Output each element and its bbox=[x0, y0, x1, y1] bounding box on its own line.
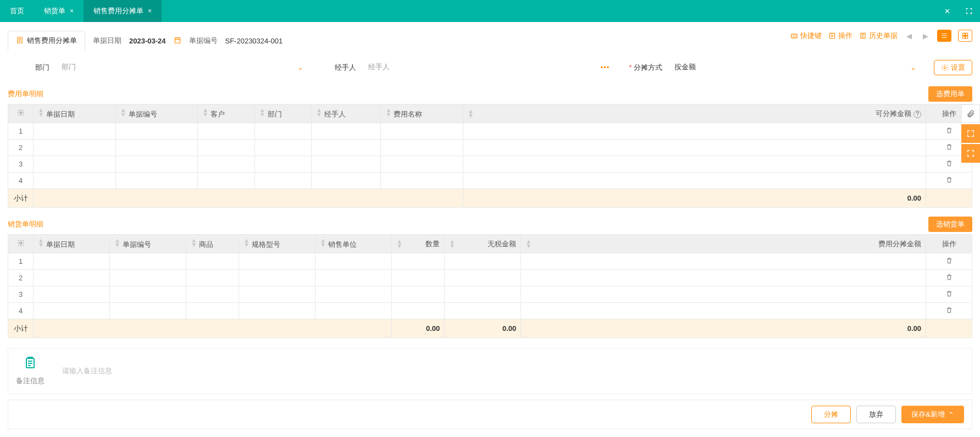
fullscreen-icon[interactable] bbox=[958, 0, 980, 22]
svg-rect-7 bbox=[962, 36, 965, 38]
col-spec[interactable]: ▲▼规格型号 bbox=[239, 235, 315, 253]
svg-rect-5 bbox=[962, 33, 965, 35]
settings-button[interactable]: 设置 bbox=[934, 60, 972, 75]
pick-fee-button[interactable]: 选费用单 bbox=[928, 86, 972, 102]
remark-block: 备注信息 请输入备注信息 bbox=[8, 348, 972, 394]
subtotal-label: 小计 bbox=[8, 189, 34, 208]
sales-section-head: 销货单明细 选销货单 bbox=[8, 217, 972, 232]
col-unit[interactable]: ▲▼销售单位 bbox=[315, 235, 392, 253]
delete-icon[interactable] bbox=[926, 173, 972, 189]
table-row[interactable]: 2 bbox=[8, 270, 972, 286]
svg-point-10 bbox=[20, 112, 22, 114]
sales-grid: ▲▼单据日期 ▲▼单据编号 ▲▼商品 ▲▼规格型号 ▲▼销售单位 ▲▼数量 ▲▼… bbox=[8, 234, 972, 338]
delete-icon[interactable] bbox=[926, 303, 972, 319]
fee-section-title: 费用单明细 bbox=[8, 89, 43, 99]
save-new-button[interactable]: 保存&新增⌃ bbox=[901, 406, 964, 423]
discard-button[interactable]: 放弃 bbox=[856, 406, 896, 423]
table-row[interactable]: 4 bbox=[8, 303, 972, 319]
close-icon[interactable]: × bbox=[70, 7, 74, 15]
method-label: *分摊方式 bbox=[621, 63, 670, 73]
delete-icon[interactable] bbox=[926, 270, 972, 286]
sales-section-title: 销货单明细 bbox=[8, 219, 43, 229]
gear-icon[interactable] bbox=[8, 104, 34, 123]
col-num[interactable]: ▲▼单据编号 bbox=[115, 104, 198, 123]
tab-sales-fee-alloc[interactable]: 销售费用分摊单× bbox=[84, 0, 162, 22]
col-goods[interactable]: ▲▼商品 bbox=[186, 235, 239, 253]
col-amt-no-tax[interactable]: ▲▼无税金额 bbox=[445, 235, 521, 253]
handler-field[interactable]: 经手人 经手人 ••• bbox=[314, 59, 616, 75]
tab-sales-order[interactable]: 销货单× bbox=[34, 0, 84, 22]
attachment-icon[interactable] bbox=[961, 104, 980, 123]
amt-total: 0.00 bbox=[445, 319, 521, 338]
view-list-icon[interactable] bbox=[937, 30, 951, 42]
row-num: 3 bbox=[8, 286, 34, 303]
delete-icon[interactable] bbox=[926, 253, 972, 270]
calendar-icon[interactable] bbox=[174, 36, 181, 46]
date-label: 单据日期 bbox=[93, 36, 121, 46]
subtotal-value: 0.00 bbox=[463, 189, 926, 208]
expand2-icon[interactable] bbox=[961, 144, 980, 163]
settings-label: 设置 bbox=[951, 63, 965, 73]
document-tab[interactable]: 销售费用分摊单 bbox=[8, 31, 85, 51]
dept-field[interactable]: 部门 部门 ⌄ bbox=[8, 59, 309, 75]
close-panel-icon[interactable]: ✕ bbox=[936, 0, 958, 22]
table-row[interactable]: 3 bbox=[8, 156, 972, 173]
table-row[interactable]: 2 bbox=[8, 140, 972, 156]
col-alloc-amt[interactable]: ▲▼费用分摊金额 bbox=[521, 235, 926, 253]
pick-sales-button[interactable]: 选销货单 bbox=[928, 217, 972, 232]
qty-total: 0.00 bbox=[392, 319, 445, 338]
row-num: 4 bbox=[8, 303, 34, 319]
delete-icon[interactable] bbox=[926, 286, 972, 303]
remark-input[interactable]: 请输入备注信息 bbox=[60, 362, 964, 380]
more-icon[interactable]: ••• bbox=[595, 63, 616, 71]
alloc-total: 0.00 bbox=[521, 319, 926, 338]
table-row[interactable]: 3 bbox=[8, 286, 972, 303]
col-qty[interactable]: ▲▼数量 bbox=[392, 235, 445, 253]
row-num: 1 bbox=[8, 123, 34, 140]
save-label: 保存&新增 bbox=[911, 410, 945, 419]
handler-label: 经手人 bbox=[314, 63, 364, 73]
nav-prev-icon[interactable]: ◀ bbox=[904, 32, 914, 40]
col-handler[interactable]: ▲▼经手人 bbox=[311, 104, 380, 123]
right-rail bbox=[961, 104, 980, 163]
form-row: 部门 部门 ⌄ 经手人 经手人 ••• *分摊方式 按金额 ⌄ 设置 bbox=[8, 54, 972, 83]
help-icon[interactable]: ? bbox=[913, 110, 921, 118]
expand-icon[interactable] bbox=[961, 124, 980, 143]
row-num: 2 bbox=[8, 140, 34, 156]
col-date[interactable]: ▲▼单据日期 bbox=[34, 235, 110, 253]
tab-label: 销货单 bbox=[44, 6, 65, 16]
dept-label: 部门 bbox=[8, 63, 57, 73]
view-grid-icon[interactable] bbox=[958, 30, 972, 42]
method-value[interactable]: 按金额 bbox=[670, 59, 905, 75]
history-button[interactable]: 历史单据 bbox=[859, 31, 898, 41]
svg-rect-2 bbox=[791, 34, 798, 38]
handler-input[interactable]: 经手人 bbox=[364, 59, 595, 75]
table-row[interactable]: 1 bbox=[8, 123, 972, 140]
close-icon[interactable]: × bbox=[148, 7, 152, 15]
tab-home[interactable]: 首页 bbox=[0, 0, 34, 22]
dept-input[interactable]: 部门 bbox=[57, 59, 292, 75]
col-fee-name[interactable]: ▲▼费用名称 bbox=[381, 104, 463, 123]
remark-label: 备注信息 bbox=[16, 376, 45, 386]
chevron-down-icon[interactable]: ⌄ bbox=[905, 63, 922, 71]
shortcut-button[interactable]: 快捷键 bbox=[790, 31, 822, 41]
col-action: 操作 bbox=[926, 235, 972, 253]
col-dept[interactable]: ▲▼部门 bbox=[254, 104, 311, 123]
operate-button[interactable]: 操作 bbox=[828, 31, 852, 41]
table-row[interactable]: 4 bbox=[8, 173, 972, 189]
method-field[interactable]: *分摊方式 按金额 ⌄ bbox=[621, 59, 922, 75]
chevron-down-icon[interactable]: ⌄ bbox=[292, 63, 309, 71]
tab-label: 首页 bbox=[10, 6, 24, 16]
table-row[interactable]: 1 bbox=[8, 253, 972, 270]
document-tab-label: 销售费用分摊单 bbox=[27, 36, 77, 46]
nav-next-icon[interactable]: ▶ bbox=[921, 32, 931, 40]
svg-rect-1 bbox=[175, 37, 180, 42]
col-customer[interactable]: ▲▼客户 bbox=[198, 104, 254, 123]
col-date[interactable]: ▲▼单据日期 bbox=[34, 104, 116, 123]
col-alloc-amt[interactable]: ▲▼可分摊金额? bbox=[463, 104, 926, 123]
allocate-button[interactable]: 分摊 bbox=[811, 406, 851, 423]
col-num[interactable]: ▲▼单据编号 bbox=[110, 235, 186, 253]
gear-icon[interactable] bbox=[8, 235, 34, 253]
date-value[interactable]: 2023-03-24 bbox=[129, 37, 166, 45]
footer-bar: 分摊 放弃 保存&新增⌃ bbox=[8, 400, 972, 429]
